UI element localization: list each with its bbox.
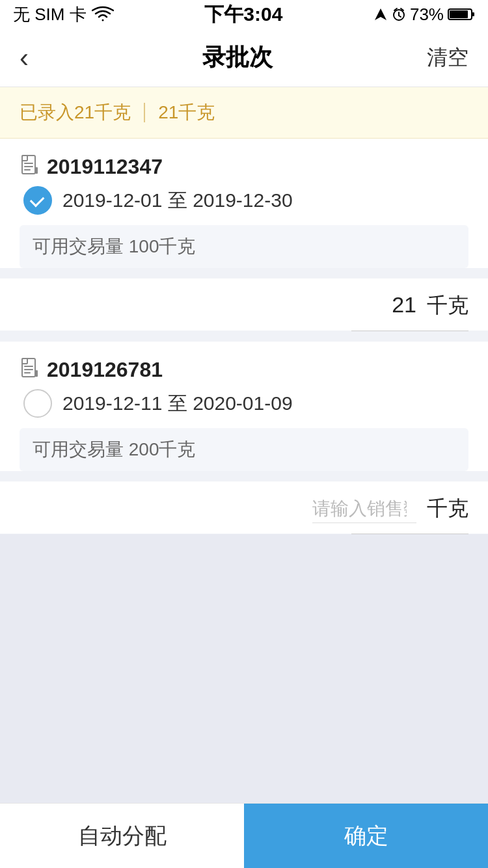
auto-distribute-button[interactable]: 自动分配 xyxy=(0,804,244,868)
batch-2-qty-unit: 千克 xyxy=(427,495,468,523)
gray-fill-area xyxy=(0,534,488,814)
batch-1-date-row: 2019-12-01 至 2019-12-30 xyxy=(20,186,468,215)
batch-1-radio[interactable] xyxy=(23,186,52,215)
batch-2-radio[interactable] xyxy=(23,389,52,418)
svg-rect-4 xyxy=(472,12,474,16)
recorded-amount-label: 已录入21千克 xyxy=(20,100,131,125)
batch-1-quantity-display: 21 千克 xyxy=(0,278,488,331)
batch-item-2: 2019126781 2019-12-11 至 2020-01-09 可用交易量… xyxy=(0,342,488,471)
svg-rect-12 xyxy=(22,359,35,377)
recorded-amount-value: 21千克 xyxy=(158,100,215,125)
batch-1-header: 2019112347 xyxy=(20,154,468,180)
sim-label: 无 SIM 卡 xyxy=(13,3,87,26)
svg-rect-17 xyxy=(35,370,38,377)
battery-icon xyxy=(448,7,475,21)
batch-2-quantity-input[interactable] xyxy=(312,495,416,523)
confirm-button[interactable]: 确定 xyxy=(244,804,488,868)
batch-2-available: 可用交易量 200千克 xyxy=(20,428,468,471)
status-bar-right: 73% xyxy=(373,5,475,25)
batch-1-qty-unit: 千克 xyxy=(427,292,468,320)
status-bar-left: 无 SIM 卡 xyxy=(13,3,114,26)
battery-percentage: 73% xyxy=(410,5,444,25)
batch-1-available: 可用交易量 100千克 xyxy=(20,225,468,268)
status-bar: 无 SIM 卡 下午3:04 73% xyxy=(0,0,488,29)
batch-2-header: 2019126781 xyxy=(20,357,468,383)
document-icon xyxy=(20,154,40,175)
section-divider-1 xyxy=(0,331,488,342)
alarm-icon xyxy=(392,7,406,21)
svg-rect-6 xyxy=(22,156,35,174)
batch-1-qty-number: 21 xyxy=(392,292,416,318)
svg-rect-5 xyxy=(450,10,468,18)
wifi-icon xyxy=(92,6,114,23)
batch-list: 2019112347 2019-12-01 至 2019-12-30 可用交易量… xyxy=(0,139,488,868)
batch-2-id: 2019126781 xyxy=(47,358,163,382)
svg-rect-11 xyxy=(35,167,38,174)
batch-2-date: 2019-12-11 至 2020-01-09 xyxy=(62,390,293,417)
batch-1-date: 2019-12-01 至 2019-12-30 xyxy=(62,187,293,214)
nav-bar: ‹ 录批次 清空 xyxy=(0,29,488,87)
page-title: 录批次 xyxy=(202,42,273,74)
status-bar-time: 下午3:04 xyxy=(204,1,282,28)
info-banner: 已录入21千克 21千克 xyxy=(0,87,488,139)
batch-item-1: 2019112347 2019-12-01 至 2019-12-30 可用交易量… xyxy=(0,139,488,268)
location-icon xyxy=(373,7,388,21)
document-icon-2 xyxy=(20,357,40,378)
banner-divider xyxy=(144,103,145,122)
batch-1-icon xyxy=(20,154,40,180)
clear-button[interactable]: 清空 xyxy=(416,44,468,72)
bottom-bar: 自动分配 确定 xyxy=(0,803,488,868)
batch-2-date-row: 2019-12-11 至 2020-01-09 xyxy=(20,389,468,418)
batch-1-id: 2019112347 xyxy=(47,155,163,179)
batch-2-quantity-row: 千克 xyxy=(0,481,488,534)
back-button[interactable]: ‹ xyxy=(20,42,59,74)
batch-2-icon xyxy=(20,357,40,383)
svg-line-2 xyxy=(399,16,401,17)
